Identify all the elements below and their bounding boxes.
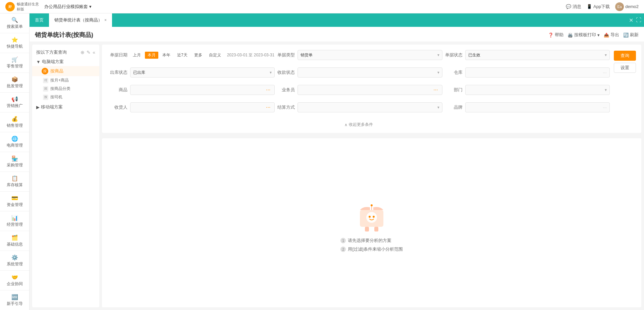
query-button[interactable]: 查询 — [614, 51, 636, 61]
sidebar-operations[interactable]: 📊 经营管理 — [0, 211, 29, 231]
svg-rect-6 — [365, 227, 369, 231]
filter-row-3: 商品 ··· 业务员 — [107, 85, 610, 95]
sidebar-system-mgmt[interactable]: ⚙️ 系统管理 — [0, 251, 29, 271]
date-tab-custom[interactable]: 自定义 — [206, 52, 224, 59]
empty-tips: 1 请先选择要分析的方案 2 用[过滤]条件来缩小分析范围 — [340, 238, 402, 252]
tab-close-icon[interactable]: × — [104, 18, 107, 22]
account-selector[interactable]: 办公用品行业模拟账套 ▾ — [42, 4, 94, 10]
filter-item-status: 单据状态 已生效 ▾ — [442, 50, 610, 60]
date-tab-last-month[interactable]: 上月 — [130, 52, 144, 59]
sidebar-ecommerce-mgmt[interactable]: 🌐 电商管理 — [0, 132, 29, 152]
receiver-input[interactable]: ··· — [130, 102, 275, 112]
print-arrow-icon: ▾ — [597, 33, 600, 38]
sidebar-inventory[interactable]: 📋 库存核算 — [0, 172, 29, 192]
sidebar-search-menu[interactable]: 🔍 搜索菜单 — [0, 13, 29, 33]
goods-label: 商品 — [107, 87, 127, 93]
goods-category-icon: 回 — [43, 86, 48, 92]
add-scheme-icon[interactable]: ⊕ — [80, 50, 85, 55]
filter-panel: 单据日期 上月 本月 本年 近7天 更多 — [102, 45, 641, 133]
refresh-icon: 🔄 — [623, 33, 629, 38]
salesman-label: 业务员 — [275, 87, 295, 93]
warehouse-label: 仓库 — [442, 69, 463, 75]
date-tab-this-month[interactable]: 本月 — [145, 52, 158, 59]
template-print-button[interactable]: 🖨️ 按模板打印 ▾ — [568, 32, 600, 38]
sidebar-basic-info[interactable]: 🗂️ 基础信息 — [0, 231, 29, 251]
setting-button[interactable]: 设置 — [614, 63, 636, 73]
page-actions: ❓ 帮助 🖨️ 按模板打印 ▾ 📤 导出 🔄 刷新 — [548, 32, 639, 38]
salesman-input[interactable]: ··· — [298, 85, 442, 95]
sidebar-retail-mgmt[interactable]: 🛒 零售管理 — [0, 53, 29, 73]
message-nav-item[interactable]: 💬 消息 — [566, 4, 581, 10]
type-select[interactable]: 销货单 ▾ — [298, 50, 442, 60]
filter-row-1-container: 单据日期 上月 本月 本年 近7天 更多 — [107, 50, 636, 127]
receiver-ellipsis-icon[interactable]: ··· — [265, 104, 272, 110]
type-label: 单据类型 — [275, 52, 295, 58]
filter-item-salesman: 业务员 ··· — [275, 85, 442, 95]
tree-group-desktop-header[interactable]: ▼ 电脑端方案 — [32, 57, 99, 66]
user-nav-item[interactable]: Ea demo2 — [615, 2, 639, 11]
marketing-icon: 📢 — [1, 96, 28, 102]
tab-close-window-icon[interactable]: ✕ — [629, 17, 633, 23]
filter-rows: 单据日期 上月 本月 本年 近7天 更多 — [107, 50, 610, 127]
filter-row-2: 出库状态 已出库 ▾ 收款状态 — [107, 67, 610, 78]
tree-group-mobile: ▶ 移动端方案 — [32, 103, 99, 111]
empty-state: 1 请先选择要分析的方案 2 用[过滤]条件来缩小分析范围 — [340, 166, 402, 279]
export-icon: 📤 — [604, 33, 609, 38]
sidebar-purchase-mgmt[interactable]: 🏪 采购管理 — [0, 152, 29, 172]
app-logo-icon: 好 — [5, 2, 15, 11]
date-tab-7days[interactable]: 近7天 — [174, 52, 190, 59]
svg-point-3 — [373, 216, 375, 218]
tree-item-by-month-goods[interactable]: 付 按月+商品 — [32, 76, 99, 85]
left-panel: 按以下方案查询 ⊕ ✎ « ▼ 电脑端方案 — [32, 45, 99, 307]
tab-fullscreen-icon[interactable]: ⛶ — [636, 17, 641, 23]
out-status-label: 出库状态 — [107, 69, 127, 75]
filter-item-brand: 品牌 ··· — [442, 102, 610, 112]
sidebar-enterprise-coop[interactable]: 🤝 企业协同 — [0, 271, 29, 291]
filter-row-1: 单据日期 上月 本月 本年 近7天 更多 — [107, 50, 610, 60]
goods-input[interactable]: ··· — [130, 85, 275, 95]
sidebar-new-guide[interactable]: 🆕 新手引导 — [0, 291, 29, 310]
collapse-button[interactable]: ∧ 收起更多条件 — [344, 122, 373, 127]
sidebar-quick-nav[interactable]: ⭐ 快捷导航 — [0, 33, 29, 53]
tree-item-by-goods-category[interactable]: 回 按商品分类 — [32, 85, 99, 93]
empty-tip-2: 2 用[过滤]条件来缩小分析范围 — [340, 246, 402, 252]
goods-ellipsis-icon[interactable]: ··· — [265, 87, 272, 93]
brand-input[interactable]: ··· — [465, 102, 610, 112]
help-button[interactable]: ❓ 帮助 — [548, 32, 564, 38]
avatar: Ea — [615, 2, 624, 11]
date-tab-more[interactable]: 更多 — [192, 52, 205, 59]
app-download-nav-item[interactable]: 📱 App下载 — [587, 4, 610, 10]
date-range-text: 2023-03-01 至 2023-03-31 — [227, 52, 274, 58]
receipt-status-select[interactable]: ▾ — [298, 67, 442, 78]
tab-active[interactable]: 销货单统计表（按商品） × — [49, 13, 112, 27]
sidebar-wholesale-mgmt[interactable]: 📦 批发管理 — [0, 73, 29, 93]
settlement-select[interactable]: ▾ — [298, 102, 442, 112]
svg-point-2 — [369, 216, 371, 218]
export-button[interactable]: 📤 导出 — [604, 32, 619, 38]
tree-item-by-driver[interactable]: 按 按司机 — [32, 93, 99, 101]
sidebar-finance[interactable]: 💳 资金管理 — [0, 192, 29, 211]
date-filter: 上月 本月 本年 近7天 更多 自定义 2023-03-01 至 20 — [130, 52, 275, 59]
refresh-button[interactable]: 🔄 刷新 — [623, 32, 639, 38]
dept-select[interactable]: ▾ — [465, 85, 610, 95]
edit-scheme-icon[interactable]: ✎ — [87, 50, 91, 55]
warehouse-select[interactable]: ··· — [465, 67, 610, 78]
filter-item-settlement: 结算方式 ▾ — [275, 102, 442, 112]
filter-item-out-status: 出库状态 已出库 ▾ — [107, 67, 275, 78]
tab-home[interactable]: 首页 — [30, 13, 49, 27]
status-select[interactable]: 已生效 ▾ — [465, 50, 610, 60]
message-icon: 💬 — [566, 4, 571, 9]
sidebar-marketing[interactable]: 📢 营销推广 — [0, 93, 29, 112]
tree-item-by-goods[interactable]: 按 按商品 — [32, 66, 99, 76]
tree-group-mobile-header[interactable]: ▶ 移动端方案 — [32, 103, 99, 111]
collapse-panel-icon[interactable]: « — [93, 50, 95, 55]
top-nav-right: 💬 消息 📱 App下载 Ea demo2 — [566, 2, 639, 11]
sidebar-sales-mgmt[interactable]: 💰 销售管理 — [0, 112, 29, 132]
out-status-select[interactable]: 已出库 ▾ — [130, 67, 275, 78]
date-tab-this-year[interactable]: 本年 — [160, 52, 173, 59]
sidebar: 🔍 搜索菜单 ⭐ 快捷导航 🛒 零售管理 📦 批发管理 📢 营销推广 💰 销售管… — [0, 13, 30, 310]
driver-icon: 按 — [43, 95, 48, 100]
salesman-ellipsis-icon[interactable]: ··· — [432, 87, 439, 93]
brand-label: 品牌 — [442, 104, 463, 110]
right-panel: 单据日期 上月 本月 本年 近7天 更多 — [102, 45, 641, 307]
